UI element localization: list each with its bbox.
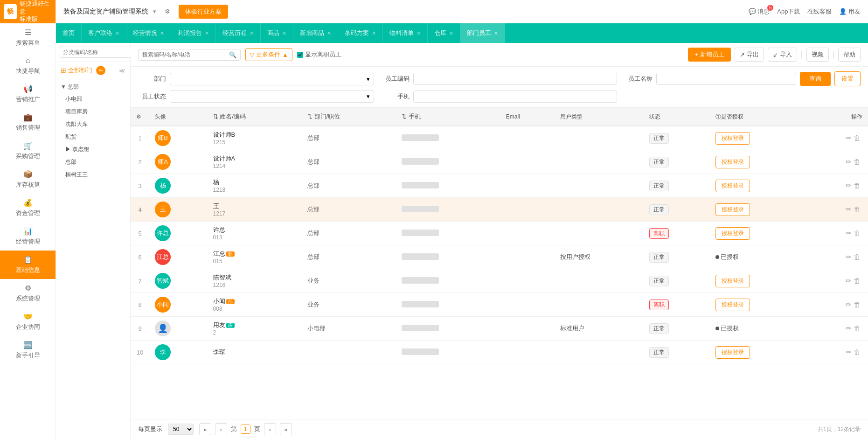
dept-select[interactable]: ▾ xyxy=(170,73,374,85)
tree-item-nanshu[interactable]: 楠树王三 xyxy=(56,168,130,181)
tree-search-input[interactable] xyxy=(60,47,136,58)
experience-btn[interactable]: 体验行业方案 xyxy=(179,5,228,19)
search-icon[interactable]: 🔍 xyxy=(229,51,236,58)
edit-employee-btn[interactable]: ✏ xyxy=(846,300,852,308)
sidebar-item-shortcuts[interactable]: ⌂ 快捷导航 xyxy=(0,52,56,80)
delete-employee-btn[interactable]: 🗑 xyxy=(854,253,861,261)
sidebar-item-inventory[interactable]: 📦 库存核算 xyxy=(0,165,56,194)
edit-employee-btn[interactable]: ✏ xyxy=(846,324,852,332)
edit-employee-btn[interactable]: ✏ xyxy=(846,229,852,237)
auth-login-btn[interactable]: 授权登录 xyxy=(715,203,750,216)
emp-code-input[interactable] xyxy=(413,73,618,85)
status-select[interactable]: ▾ xyxy=(170,90,374,103)
prev-page-btn[interactable]: ‹ xyxy=(215,423,227,435)
auth-login-btn[interactable]: 授权登录 xyxy=(715,227,750,240)
cell-auth[interactable]: 授权登录 xyxy=(710,341,808,364)
tree-item-zongbu2[interactable]: 总部 xyxy=(56,156,130,168)
sidebar-item-collab[interactable]: 🤝 企业协同 xyxy=(0,307,56,336)
cell-auth[interactable]: 授权登录 xyxy=(710,293,808,317)
edit-employee-btn[interactable]: ✏ xyxy=(846,277,852,285)
help-btn[interactable]: 帮助 xyxy=(838,48,861,62)
tab-history-close[interactable]: ✕ xyxy=(250,30,254,36)
delete-employee-btn[interactable]: 🗑 xyxy=(854,277,861,285)
auth-login-btn[interactable]: 授权登录 xyxy=(715,180,750,192)
tab-warehouse-close[interactable]: ✕ xyxy=(449,30,453,36)
tab-customer[interactable]: 客户联络 ✕ xyxy=(82,23,126,43)
col-settings[interactable]: ⚙ xyxy=(131,108,149,126)
edit-employee-btn[interactable]: ✏ xyxy=(846,181,852,189)
sidebar-item-basic[interactable]: 📋 基础信息 xyxy=(0,251,56,279)
sidebar-item-search[interactable]: ☰ 搜索菜单 xyxy=(0,23,56,52)
first-page-btn[interactable]: « xyxy=(199,423,211,435)
show-resigned-toggle[interactable]: 显示离职员工 xyxy=(297,50,341,59)
tree-item-peihuo[interactable]: 配货 xyxy=(56,131,130,143)
tab-bom[interactable]: 物料清单 ✕ xyxy=(383,23,428,43)
edit-employee-btn[interactable]: ✏ xyxy=(846,158,852,166)
delete-employee-btn[interactable]: 🗑 xyxy=(854,205,861,213)
import-btn[interactable]: ↙ 导入 xyxy=(768,48,797,62)
next-page-btn[interactable]: › xyxy=(264,423,276,435)
tab-new-goods-close[interactable]: ✕ xyxy=(327,30,331,36)
edit-employee-btn[interactable]: ✏ xyxy=(846,253,852,261)
delete-employee-btn[interactable]: 🗑 xyxy=(854,181,861,189)
cell-auth[interactable]: 授权登录 xyxy=(710,222,808,245)
tab-warehouse[interactable]: 仓库 ✕ xyxy=(428,23,460,43)
tab-new-goods[interactable]: 新增商品 ✕ xyxy=(293,23,338,43)
edit-icon[interactable]: ✏ xyxy=(96,66,105,75)
per-page-select[interactable]: 50 20 100 xyxy=(168,424,194,435)
notification-bell[interactable]: 💬 消息 5 xyxy=(749,7,770,16)
search-input[interactable] xyxy=(142,51,227,58)
tab-goods-close[interactable]: ✕ xyxy=(282,30,286,36)
tab-operations-close[interactable]: ✕ xyxy=(160,30,164,36)
sidebar-item-system[interactable]: ⚙ 系统管理 xyxy=(0,279,56,307)
tab-goods[interactable]: 商品 ✕ xyxy=(261,23,293,43)
emp-name-input[interactable] xyxy=(656,73,796,85)
sidebar-item-sales[interactable]: 💼 销售管理 xyxy=(0,108,56,137)
delete-employee-btn[interactable]: 🗑 xyxy=(854,300,861,308)
tab-bom-close[interactable]: ✕ xyxy=(417,30,421,36)
sidebar-item-finance[interactable]: 💰 资金管理 xyxy=(0,194,56,222)
cell-auth[interactable]: 授权登录 xyxy=(710,150,808,174)
delete-employee-btn[interactable]: 🗑 xyxy=(854,348,861,356)
tab-profit[interactable]: 利润报告 ✕ xyxy=(171,23,216,43)
sidebar-item-operations[interactable]: 📊 经营管理 xyxy=(0,222,56,251)
delete-employee-btn[interactable]: 🗑 xyxy=(854,229,861,237)
app-download-btn[interactable]: App下载 xyxy=(777,7,800,16)
edit-employee-btn[interactable]: ✏ xyxy=(846,205,852,213)
phone-input[interactable] xyxy=(413,91,618,103)
delete-employee-btn[interactable]: 🗑 xyxy=(854,324,861,332)
export-btn[interactable]: ↗ 导出 xyxy=(735,48,764,62)
tree-item-xiaodibu[interactable]: 小电部 xyxy=(56,93,130,105)
settings-button[interactable]: ⚙ xyxy=(161,5,174,18)
tab-home[interactable]: 首页 xyxy=(56,23,82,43)
tab-history[interactable]: 经营历程 ✕ xyxy=(216,23,261,43)
tab-operations[interactable]: 经营情况 ✕ xyxy=(126,23,171,43)
auth-login-btn[interactable]: 授权登录 xyxy=(715,275,750,287)
filter-settings-btn[interactable]: 设置 xyxy=(834,71,861,86)
cell-auth[interactable]: 授权登录 xyxy=(710,269,808,293)
cell-auth[interactable]: 授权登录 xyxy=(710,126,808,150)
online-service-btn[interactable]: 在线客服 xyxy=(807,7,832,16)
col-dept[interactable]: ⇅ 部门/职位 xyxy=(302,108,396,126)
tab-customer-close[interactable]: ✕ xyxy=(115,30,119,36)
tree-group-zongbu[interactable]: ▼ 总部 xyxy=(56,81,130,93)
sidebar-item-guide[interactable]: 🆕 新手引导 xyxy=(0,336,56,364)
last-page-btn[interactable]: » xyxy=(280,423,292,435)
user-avatar[interactable]: 👤 用友 xyxy=(839,7,861,16)
tab-barcode[interactable]: 条码方案 ✕ xyxy=(338,23,383,43)
view-btn[interactable]: 视频 xyxy=(806,48,829,62)
sidebar-item-marketing[interactable]: 📢 营销推广 xyxy=(0,80,56,108)
delete-employee-btn[interactable]: 🗑 xyxy=(854,158,861,166)
tab-dept-employee-close[interactable]: ✕ xyxy=(494,30,498,36)
page-current[interactable]: 1 xyxy=(241,425,250,434)
col-phone[interactable]: ⇅ 手机 xyxy=(396,108,500,126)
more-conditions-btn[interactable]: ▽ 更多条件 ▲ xyxy=(245,48,292,61)
add-employee-btn[interactable]: + 新增员工 xyxy=(688,48,730,62)
auth-login-btn[interactable]: 授权登录 xyxy=(715,346,750,359)
query-btn[interactable]: 查询 xyxy=(800,72,831,86)
cell-auth[interactable]: 授权登录 xyxy=(710,198,808,222)
tab-barcode-close[interactable]: ✕ xyxy=(372,30,376,36)
topbar-dropdown-icon[interactable]: ▾ xyxy=(153,8,156,15)
tab-profit-close[interactable]: ✕ xyxy=(205,30,209,36)
auth-login-btn[interactable]: 授权登录 xyxy=(715,156,750,168)
